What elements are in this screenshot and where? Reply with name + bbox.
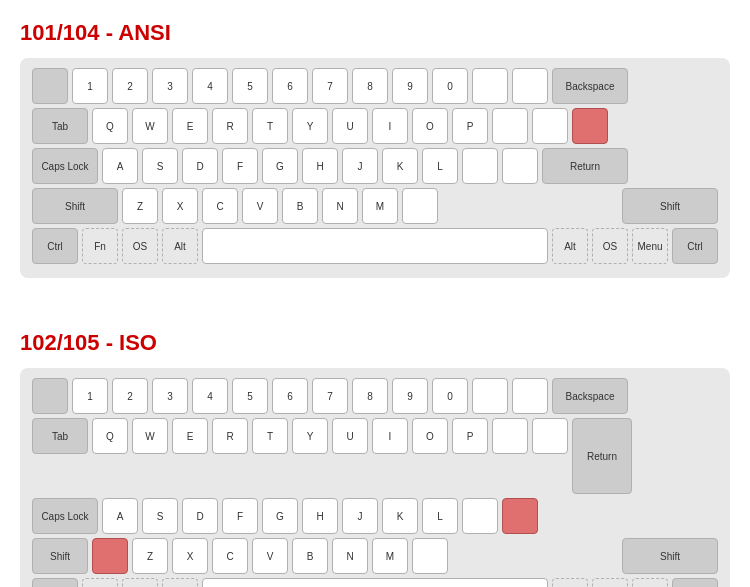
iso-key-c[interactable]: C xyxy=(212,538,248,574)
iso-key-menu[interactable]: Menu xyxy=(632,578,668,587)
iso-key-8[interactable]: 8 xyxy=(352,378,388,414)
iso-key-rbracket[interactable] xyxy=(532,418,568,454)
iso-key-altgr[interactable]: Alt Gr xyxy=(552,578,588,587)
iso-key-2[interactable]: 2 xyxy=(112,378,148,414)
iso-key-ctrl-right[interactable]: Ctrl xyxy=(672,578,718,587)
key-os-right[interactable]: OS xyxy=(592,228,628,264)
key-6[interactable]: 6 xyxy=(272,68,308,104)
key-ansi-extra[interactable] xyxy=(572,108,608,144)
key-backspace[interactable]: Backspace xyxy=(552,68,628,104)
iso-key-1[interactable]: 1 xyxy=(72,378,108,414)
iso-key-k[interactable]: K xyxy=(382,498,418,534)
iso-key-comma[interactable] xyxy=(412,538,448,574)
iso-key-shift-left[interactable]: Shift xyxy=(32,538,88,574)
key-0[interactable]: 0 xyxy=(432,68,468,104)
iso-key-hash[interactable] xyxy=(502,498,538,534)
iso-key-alt-left[interactable]: Alt xyxy=(162,578,198,587)
key-menu[interactable]: Menu xyxy=(632,228,668,264)
key-p[interactable]: P xyxy=(452,108,488,144)
key-lbracket[interactable] xyxy=(492,108,528,144)
iso-key-t[interactable]: T xyxy=(252,418,288,454)
key-3[interactable]: 3 xyxy=(152,68,188,104)
key-9[interactable]: 9 xyxy=(392,68,428,104)
iso-key-v[interactable]: V xyxy=(252,538,288,574)
key-caps-lock[interactable]: Caps Lock xyxy=(32,148,98,184)
key-return[interactable]: Return xyxy=(542,148,628,184)
key-t[interactable]: T xyxy=(252,108,288,144)
key-semicolon[interactable] xyxy=(462,148,498,184)
iso-key-d[interactable]: D xyxy=(182,498,218,534)
key-l[interactable]: L xyxy=(422,148,458,184)
iso-key-caps-lock[interactable]: Caps Lock xyxy=(32,498,98,534)
key-x[interactable]: X xyxy=(162,188,198,224)
key-z[interactable]: Z xyxy=(122,188,158,224)
iso-key-n[interactable]: N xyxy=(332,538,368,574)
iso-key-h[interactable]: H xyxy=(302,498,338,534)
key-os-left[interactable]: OS xyxy=(122,228,158,264)
key-comma[interactable] xyxy=(402,188,438,224)
iso-key-o[interactable]: O xyxy=(412,418,448,454)
iso-key-blank-1[interactable] xyxy=(32,378,68,414)
iso-key-space[interactable] xyxy=(202,578,548,587)
iso-key-r[interactable]: R xyxy=(212,418,248,454)
iso-key-z[interactable]: Z xyxy=(132,538,168,574)
iso-key-w[interactable]: W xyxy=(132,418,168,454)
key-alt-left[interactable]: Alt xyxy=(162,228,198,264)
key-b[interactable]: B xyxy=(282,188,318,224)
iso-key-9[interactable]: 9 xyxy=(392,378,428,414)
key-quote[interactable] xyxy=(502,148,538,184)
key-h[interactable]: H xyxy=(302,148,338,184)
iso-key-ctrl-left[interactable]: Ctrl xyxy=(32,578,78,587)
iso-key-p[interactable]: P xyxy=(452,418,488,454)
iso-key-m[interactable]: M xyxy=(372,538,408,574)
iso-key-tab[interactable]: Tab xyxy=(32,418,88,454)
iso-key-os-left[interactable]: OS xyxy=(122,578,158,587)
iso-key-j[interactable]: J xyxy=(342,498,378,534)
key-2[interactable]: 2 xyxy=(112,68,148,104)
key-c[interactable]: C xyxy=(202,188,238,224)
key-d[interactable]: D xyxy=(182,148,218,184)
iso-key-x[interactable]: X xyxy=(172,538,208,574)
iso-key-shift-right[interactable]: Shift xyxy=(622,538,718,574)
iso-key-backspace[interactable]: Backspace xyxy=(552,378,628,414)
key-4[interactable]: 4 xyxy=(192,68,228,104)
iso-key-5[interactable]: 5 xyxy=(232,378,268,414)
key-y[interactable]: Y xyxy=(292,108,328,144)
key-o[interactable]: O xyxy=(412,108,448,144)
key-g[interactable]: G xyxy=(262,148,298,184)
key-rbracket[interactable] xyxy=(532,108,568,144)
iso-key-fn[interactable]: Fn xyxy=(82,578,118,587)
iso-key-os-right[interactable]: OS xyxy=(592,578,628,587)
key-shift-left[interactable]: Shift xyxy=(32,188,118,224)
iso-key-y[interactable]: Y xyxy=(292,418,328,454)
key-n[interactable]: N xyxy=(322,188,358,224)
iso-key-minus[interactable] xyxy=(472,378,508,414)
key-a[interactable]: A xyxy=(102,148,138,184)
iso-key-semicolon[interactable] xyxy=(462,498,498,534)
iso-key-i[interactable]: I xyxy=(372,418,408,454)
key-ctrl-right[interactable]: Ctrl xyxy=(672,228,718,264)
key-m[interactable]: M xyxy=(362,188,398,224)
key-ctrl-left[interactable]: Ctrl xyxy=(32,228,78,264)
iso-key-s[interactable]: S xyxy=(142,498,178,534)
iso-key-equals[interactable] xyxy=(512,378,548,414)
key-7[interactable]: 7 xyxy=(312,68,348,104)
key-e[interactable]: E xyxy=(172,108,208,144)
iso-key-6[interactable]: 6 xyxy=(272,378,308,414)
key-8[interactable]: 8 xyxy=(352,68,388,104)
iso-key-extra[interactable] xyxy=(92,538,128,574)
key-i[interactable]: I xyxy=(372,108,408,144)
iso-key-7[interactable]: 7 xyxy=(312,378,348,414)
key-q[interactable]: Q xyxy=(92,108,128,144)
key-u[interactable]: U xyxy=(332,108,368,144)
key-r[interactable]: R xyxy=(212,108,248,144)
iso-key-l[interactable]: L xyxy=(422,498,458,534)
key-equals[interactable] xyxy=(512,68,548,104)
iso-key-e[interactable]: E xyxy=(172,418,208,454)
key-minus[interactable] xyxy=(472,68,508,104)
iso-key-0[interactable]: 0 xyxy=(432,378,468,414)
key-5[interactable]: 5 xyxy=(232,68,268,104)
iso-key-g[interactable]: G xyxy=(262,498,298,534)
key-w[interactable]: W xyxy=(132,108,168,144)
key-f[interactable]: F xyxy=(222,148,258,184)
